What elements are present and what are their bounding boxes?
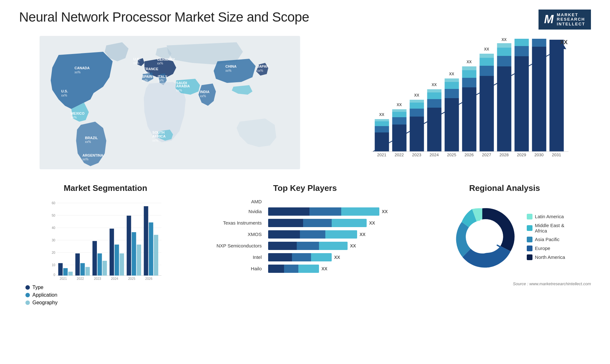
seg-bar-2021-type xyxy=(58,263,63,275)
map-sub-spain: xx% xyxy=(142,79,148,82)
bar-label-2023: XX xyxy=(414,93,419,98)
seg-bar-2022-type xyxy=(75,253,80,276)
bar-seg1-hailo xyxy=(268,265,284,273)
segmentation-section: Market Segmentation 60 50 40 30 20 10 0 xyxy=(19,183,192,306)
player-xx-hailo: XX xyxy=(322,266,328,271)
bar-label-2022: XX xyxy=(397,103,402,107)
seg-bar-2024-app xyxy=(115,245,119,276)
year-2029: 2029 xyxy=(517,152,526,157)
bar-2025-seg1 xyxy=(445,98,459,152)
map-label-uk: U.K. xyxy=(133,57,140,61)
legend-text-mea: Middle East &Africa xyxy=(535,223,565,233)
bar-2026-seg2 xyxy=(462,78,477,87)
bar-seg1-ti xyxy=(268,219,303,227)
player-bar-wrap-xmos: XX xyxy=(268,230,403,239)
player-row-nvidia: Nvidia XX xyxy=(208,207,403,216)
player-bar-hailo xyxy=(268,265,319,273)
year-2026: 2026 xyxy=(464,152,474,157)
player-name-amd: AMD xyxy=(208,199,265,204)
seg-bar-2026-type xyxy=(144,206,148,275)
year-2024: 2024 xyxy=(430,152,439,157)
legend-label-application: Application xyxy=(32,292,57,298)
seg-bar-2026-geo xyxy=(154,235,158,275)
seg-bar-2024-geo xyxy=(119,253,124,276)
legend-europe: Europe xyxy=(527,246,565,251)
key-players-section: Top Key Players AMD Nvidia xyxy=(201,183,409,273)
map-label-india: INDIA xyxy=(200,90,210,94)
bar-2025-seg3 xyxy=(445,82,459,89)
key-players-title: Top Key Players xyxy=(201,183,409,193)
legend-color-mea xyxy=(527,225,532,231)
player-name-intel: Intel xyxy=(208,254,265,260)
logo-area: M MARKET RESEARCH INTELLECT xyxy=(539,10,591,30)
bar-seg3-nxp xyxy=(319,242,348,250)
bar-2025-seg4 xyxy=(445,78,459,82)
bar-2026-seg3 xyxy=(462,70,477,78)
player-row-amd: AMD xyxy=(208,199,403,204)
svg-text:50: 50 xyxy=(52,214,56,217)
map-sub-canada: xx% xyxy=(75,71,81,74)
bar-seg1-xmos xyxy=(268,230,300,239)
bar-2022-seg3 xyxy=(392,112,407,117)
bar-2027-seg3 xyxy=(480,58,494,66)
map-sub-southafrica: xx% xyxy=(152,139,159,142)
map-label-southafrica2: AFRICA xyxy=(152,134,166,138)
bar-2029-seg3 xyxy=(515,39,529,46)
donut-center xyxy=(466,220,499,253)
player-name-xmos: XMOS xyxy=(208,232,265,237)
seg-chart: 60 50 40 30 20 10 0 xyxy=(19,199,192,281)
bar-2029-seg1 xyxy=(515,56,529,152)
svg-text:60: 60 xyxy=(52,201,56,205)
donut-svg xyxy=(444,199,520,275)
players-list: AMD Nvidia XX xyxy=(201,199,409,273)
player-bar-wrap-nxp: XX xyxy=(268,242,403,250)
year-2023: 2023 xyxy=(412,152,421,157)
player-bar-wrap-ti: XX xyxy=(268,219,403,227)
map-label-germany: GERMANY xyxy=(157,57,175,61)
bar-label-2026: XX xyxy=(467,60,472,64)
bar-2025-seg2 xyxy=(445,89,459,98)
bar-label-2025: XX xyxy=(449,72,454,76)
map-sub-argentina: xx% xyxy=(83,158,89,161)
legend-text-ap: Asia Pacific xyxy=(535,237,560,242)
bar-2028-seg2 xyxy=(497,56,512,66)
legend-label-geography: Geography xyxy=(32,300,58,306)
player-name-hailo: Hailo xyxy=(208,266,265,271)
page-title: Neural Network Processor Market Size and… xyxy=(19,10,309,25)
seg-bar-2022-geo xyxy=(85,267,90,275)
legend-application: Application xyxy=(25,292,192,298)
bar-2024-seg3 xyxy=(427,92,442,99)
bottom-section: Market Segmentation 60 50 40 30 20 10 0 xyxy=(19,183,591,306)
legend-middle-east-africa: Middle East &Africa xyxy=(527,223,565,233)
source-text: Source : www.marketresearchintellect.com xyxy=(418,281,591,286)
seg-chart-svg: 60 50 40 30 20 10 0 xyxy=(19,199,192,281)
map-label-spain: SPAIN xyxy=(142,75,152,78)
map-sub-france: xx% xyxy=(144,71,150,75)
bar-2021-seg2 xyxy=(375,126,389,132)
seg-bar-2025-geo xyxy=(137,245,141,276)
legend-north-america: North America xyxy=(527,254,565,260)
player-bar-wrap-nvidia: XX xyxy=(268,207,403,216)
map-sub-japan: xx% xyxy=(257,69,263,72)
bar-label-2028: XX xyxy=(502,37,507,42)
seg-bar-2021-app xyxy=(63,268,68,275)
bar-seg3-xmos xyxy=(325,230,357,239)
bar-2022-seg4 xyxy=(392,109,407,112)
map-label-france: FRANCE xyxy=(144,67,159,71)
seg-bar-2023-app xyxy=(98,253,102,276)
year-2025: 2025 xyxy=(447,152,456,157)
bar-2030-seg2 xyxy=(532,39,546,47)
legend-dot-geography xyxy=(25,300,30,305)
bar-seg2-intel xyxy=(292,253,311,261)
bar-2030-seg1 xyxy=(532,47,546,152)
svg-text:20: 20 xyxy=(52,251,56,254)
player-bar-xmos xyxy=(268,230,357,239)
chart-top-label: XX xyxy=(560,39,568,45)
bar-2026-seg4 xyxy=(462,66,477,70)
legend-type: Type xyxy=(25,285,192,290)
bar-seg2-nvidia xyxy=(309,207,341,216)
player-row-xmos: XMOS XX xyxy=(208,230,403,239)
logo-letter: M xyxy=(544,13,554,26)
year-2021: 2021 xyxy=(377,152,386,157)
player-bar-ti xyxy=(268,219,367,227)
